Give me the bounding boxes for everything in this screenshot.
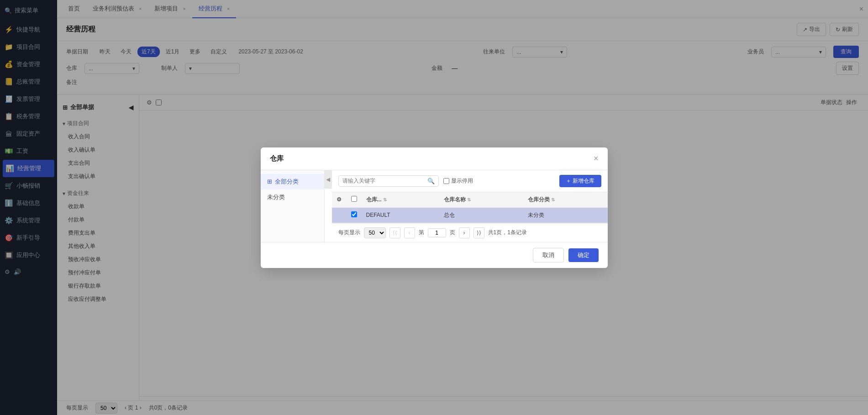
row-category: 未分类 <box>523 207 608 223</box>
modal-overlay[interactable]: 仓库 × ⊞ 全部分类 未分类 ◀ <box>0 0 868 415</box>
th-settings[interactable]: ⚙ <box>332 192 347 208</box>
cancel-button[interactable]: 取消 <box>533 248 564 263</box>
pagination-prev-btn[interactable]: ‹ <box>404 227 415 238</box>
show-disabled-checkbox[interactable] <box>443 178 449 184</box>
modal-select-all-checkbox[interactable] <box>351 196 357 202</box>
modal-right-panel: 🔍 显示停用 ＋ 新增仓库 ⚙ <box>332 170 608 242</box>
sort-icon-category[interactable]: ⇅ <box>551 197 555 202</box>
add-warehouse-button[interactable]: ＋ 新增仓库 <box>559 175 601 187</box>
pagination-first-btn[interactable]: ⟨⟨ <box>389 227 400 238</box>
modal-page-size-select[interactable]: 50 <box>364 227 386 238</box>
modal-pagination: 每页显示 50 ⟨⟨ ‹ 第 页 › ⟩⟩ 共1页，1条记录 <box>332 223 608 242</box>
confirm-button[interactable]: 确定 <box>568 248 599 262</box>
modal-table-header: ⚙ 仓库... ⇅ 仓库名称 <box>332 192 608 208</box>
grid-icon-modal: ⊞ <box>267 178 272 185</box>
chevron-left-icon: ◀ <box>326 176 330 183</box>
sort-icon-name[interactable]: ⇅ <box>467 197 471 202</box>
modal-title: 仓库 <box>270 154 284 163</box>
th-checkbox[interactable] <box>347 192 362 208</box>
search-icon-modal: 🔍 <box>427 178 435 184</box>
sort-icon-code[interactable]: ⇅ <box>383 197 387 202</box>
row-checkbox[interactable] <box>347 207 362 223</box>
modal-category-panel: ⊞ 全部分类 未分类 <box>261 170 325 242</box>
pagination-next-btn[interactable]: › <box>459 227 470 238</box>
collapse-panel-button[interactable]: ◀ <box>325 170 332 189</box>
warehouse-modal: 仓库 × ⊞ 全部分类 未分类 ◀ <box>261 147 608 268</box>
show-disabled-label[interactable]: 显示停用 <box>443 177 473 185</box>
modal-search-input[interactable] <box>342 178 425 184</box>
modal-table: ⚙ 仓库... ⇅ 仓库名称 <box>332 192 608 223</box>
settings-icon-th: ⚙ <box>337 196 342 203</box>
table-row[interactable]: DEFAULT 总仓 未分类 <box>332 207 608 223</box>
row-select-checkbox[interactable] <box>351 211 357 217</box>
th-category[interactable]: 仓库分类 ⇅ <box>523 192 608 208</box>
row-code: DEFAULT <box>362 207 439 223</box>
modal-header: 仓库 × <box>261 147 608 170</box>
row-name: 总仓 <box>439 207 523 223</box>
modal-actions: 取消 确定 <box>261 242 608 268</box>
th-name[interactable]: 仓库名称 ⇅ <box>439 192 523 208</box>
pagination-total: 共1页，1条记录 <box>488 229 527 236</box>
modal-body: ⊞ 全部分类 未分类 ◀ 🔍 <box>261 170 608 242</box>
modal-toolbar: 🔍 显示停用 ＋ 新增仓库 <box>332 170 608 192</box>
category-all[interactable]: ⊞ 全部分类 <box>261 174 324 189</box>
row-settings[interactable] <box>332 207 347 223</box>
pagination-last-btn[interactable]: ⟩⟩ <box>473 227 484 238</box>
modal-close-button[interactable]: × <box>594 154 599 163</box>
th-code[interactable]: 仓库... ⇅ <box>362 192 439 208</box>
category-unclassified[interactable]: 未分类 <box>261 189 324 205</box>
pagination-page-input[interactable] <box>428 228 446 237</box>
modal-search-box[interactable]: 🔍 <box>338 175 439 187</box>
